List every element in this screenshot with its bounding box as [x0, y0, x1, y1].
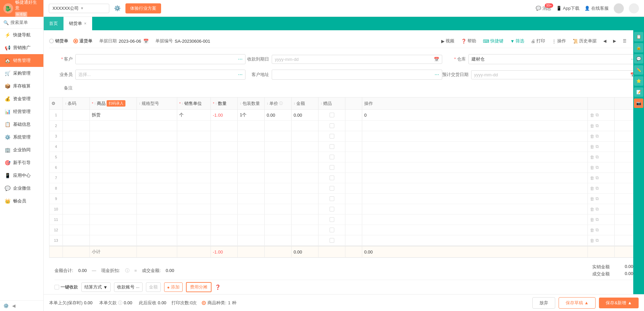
view-list-btn[interactable]: ☰: [621, 38, 629, 44]
discount-info-icon[interactable]: ⓘ: [125, 268, 129, 274]
sidebar-item-enterprise[interactable]: 🏢 企业协同: [0, 144, 43, 156]
right-panel-btn-3[interactable]: 💬: [634, 54, 643, 64]
sidebar-item-shortcuts[interactable]: ⚡ 快捷导航: [0, 29, 43, 41]
tab-sales-order[interactable]: 销货单 ×: [64, 17, 92, 30]
right-panel-btn-5[interactable]: ⭐: [634, 76, 643, 86]
date-value[interactable]: 2023-06-06: [119, 39, 141, 44]
save-draft-button[interactable]: 保存草稿 ▲: [559, 297, 596, 309]
row-copy-11[interactable]: ⧉: [596, 217, 599, 222]
scan-button[interactable]: 扫码录入: [107, 100, 125, 107]
row-copy-13[interactable]: ⧉: [596, 238, 599, 243]
row-copy-7[interactable]: ⧉: [596, 175, 599, 181]
payment-due-input[interactable]: yyyy-mm-dd 📅: [272, 55, 442, 64]
td-product-2[interactable]: [90, 121, 137, 131]
row-delete-12[interactable]: 🗑: [590, 228, 594, 233]
sidebar-item-member[interactable]: 👑 畅会员: [0, 195, 43, 207]
td-barcode-2[interactable]: [63, 121, 90, 131]
calendar-icon[interactable]: 📅: [143, 39, 149, 44]
amount-input[interactable]: 金额: [146, 282, 161, 292]
td-quantity-2[interactable]: [211, 121, 238, 131]
salesperson-input[interactable]: 选择... ···: [75, 70, 245, 80]
row-copy-2[interactable]: ⧉: [596, 123, 599, 128]
th-settings[interactable]: ⚙: [49, 98, 63, 109]
td-unit-price-2[interactable]: [265, 121, 292, 131]
expense-info-icon[interactable]: ❓: [215, 284, 221, 290]
row-delete-13[interactable]: 🗑: [590, 238, 594, 243]
row-delete-10[interactable]: 🗑: [590, 207, 594, 212]
row-delete-6[interactable]: 🗑: [590, 165, 594, 170]
row-copy-12[interactable]: ⧉: [596, 227, 599, 233]
discard-button[interactable]: 放弃: [532, 297, 555, 309]
tab-close-icon[interactable]: ×: [84, 21, 86, 26]
row-delete-4[interactable]: 🗑: [590, 144, 594, 149]
right-panel-btn-7[interactable]: 📷: [634, 99, 643, 108]
history-btn[interactable]: 📜 历史单据: [571, 37, 599, 45]
shortcuts-btn[interactable]: ⌨ 快捷键: [481, 37, 505, 45]
save-new-button[interactable]: 保存&新增 ▲: [599, 298, 639, 308]
right-panel-btn-4[interactable]: ✏️: [634, 65, 643, 75]
sidebar-item-system[interactable]: ⚙️ 系统管理: [0, 131, 43, 144]
tab-home[interactable]: 首页: [44, 17, 64, 30]
row-delete-11[interactable]: 🗑: [590, 217, 594, 222]
td-product-1[interactable]: 拆货: [90, 110, 137, 120]
nav-prev-btn[interactable]: ◀: [601, 38, 608, 44]
radio-sales-order[interactable]: 销货单: [49, 38, 68, 44]
row-copy-10[interactable]: ⧉: [596, 206, 599, 212]
online-service-btn[interactable]: 👤 在线客服: [584, 5, 609, 11]
td-amount-2[interactable]: [292, 121, 318, 131]
address-more-icon[interactable]: ···: [434, 72, 439, 78]
td-spec-1[interactable]: [137, 110, 177, 120]
row-delete-3[interactable]: 🗑: [590, 134, 594, 139]
td-unit-1[interactable]: 个: [177, 110, 211, 120]
row-delete-9[interactable]: 🗑: [590, 196, 594, 201]
trial-button[interactable]: 体验行业方案: [125, 3, 161, 13]
nav-next-btn[interactable]: ▶: [611, 38, 618, 44]
salesperson-more-icon[interactable]: ···: [238, 72, 242, 78]
user-avatar-2[interactable]: [629, 3, 639, 13]
sidebar-item-inventory[interactable]: 📦 库存核算: [0, 80, 43, 92]
message-btn[interactable]: 💬 消息 99+: [536, 5, 551, 11]
radio-return-order[interactable]: 退货单: [73, 38, 92, 44]
warehouse-input[interactable]: 建材仓 ···: [468, 54, 639, 64]
sidebar-collapse-icon[interactable]: ◀: [12, 303, 15, 308]
add-payment-button[interactable]: ● 添加: [164, 282, 183, 292]
sidebar-item-marketing[interactable]: 📢 营销推广: [0, 41, 43, 54]
gift-checkbox-1[interactable]: [330, 113, 334, 117]
sidebar-item-operations[interactable]: 📊 经营管理: [0, 105, 43, 118]
row-copy-3[interactable]: ⧉: [596, 133, 599, 139]
sidebar-item-appstore[interactable]: 📱 应用中心: [0, 169, 43, 182]
td-unit-price-1[interactable]: 0.00: [265, 110, 292, 120]
td-amount-1[interactable]: 0.00: [292, 110, 318, 120]
sidebar-item-base[interactable]: 📋 基础信息: [0, 118, 43, 131]
header-settings-icon[interactable]: ⚙️: [113, 4, 122, 13]
row-delete-5[interactable]: 🗑: [590, 155, 594, 160]
row-delete-8[interactable]: 🗑: [590, 186, 594, 191]
td-pack-qty-1[interactable]: 1个: [238, 110, 265, 120]
customer-address-input[interactable]: ···: [272, 70, 442, 80]
user-avatar[interactable]: [614, 3, 624, 13]
td-unit-2[interactable]: [177, 121, 211, 131]
search-menu[interactable]: 🔍 搜索菜单: [0, 17, 43, 29]
row-copy-icon-1[interactable]: ⧉: [596, 112, 599, 118]
company-selector[interactable]: XXXXXX公司 ▼: [49, 4, 109, 13]
row-delete-2[interactable]: 🗑: [590, 123, 594, 128]
sidebar-item-sales[interactable]: 🏠 销售管理: [0, 54, 43, 67]
row-copy-8[interactable]: ⧉: [596, 186, 599, 191]
right-panel-btn-2[interactable]: 🔒: [634, 43, 643, 52]
sidebar-item-guide[interactable]: 🎯 新手引导: [0, 156, 43, 169]
row-copy-6[interactable]: ⧉: [596, 165, 599, 170]
sidebar-settings-icon[interactable]: ⚙️: [3, 303, 9, 308]
sidebar-item-wechat[interactable]: 💬 企业微信: [0, 182, 43, 195]
row-delete-icon-1[interactable]: 🗑: [590, 113, 594, 118]
sidebar-item-purchase[interactable]: 🛒 采购管理: [0, 67, 43, 80]
row-copy-9[interactable]: ⧉: [596, 196, 599, 201]
td-barcode-1[interactable]: [63, 110, 90, 120]
row-copy-5[interactable]: ⧉: [596, 154, 599, 160]
td-spec-2[interactable]: [137, 121, 177, 131]
customer-input[interactable]: ···: [75, 54, 245, 64]
print-btn[interactable]: 🖨 打印: [529, 37, 547, 45]
price-info-icon[interactable]: ⓘ: [279, 101, 283, 106]
help-btn[interactable]: ❓ 帮助: [459, 37, 478, 45]
account-more-icon[interactable]: ···: [136, 285, 140, 290]
customer-more-icon[interactable]: ···: [238, 56, 242, 62]
